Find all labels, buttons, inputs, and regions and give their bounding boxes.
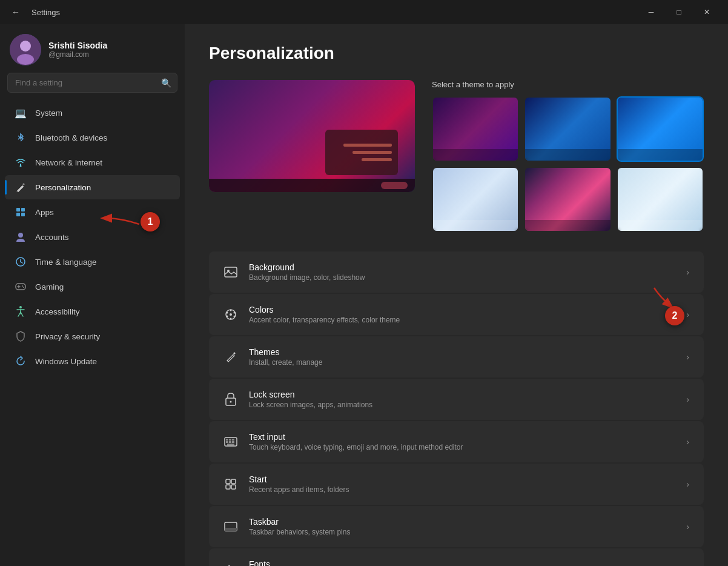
svg-line-13 xyxy=(21,262,22,263)
theme-option-6[interactable] xyxy=(617,167,704,232)
system-icon: 💻 xyxy=(15,107,27,119)
sidebar: Srishti Sisodia @gmail.com 🔍 💻 System xyxy=(0,24,185,566)
svg-rect-9 xyxy=(21,213,25,216)
nav-menu: 💻 System Bluetooth & devices xyxy=(0,100,185,374)
page-title: Personalization xyxy=(209,44,704,63)
svg-point-26 xyxy=(234,316,236,318)
background-icon xyxy=(223,265,238,279)
close-icon: ✕ xyxy=(704,8,710,16)
sidebar-item-network[interactable]: Network & internet xyxy=(5,150,180,175)
sidebar-item-system[interactable]: 💻 System xyxy=(5,101,180,125)
theme-option-4[interactable] xyxy=(432,167,519,232)
settings-item-taskbar[interactable]: Taskbar Taskbar behaviors, system pins › xyxy=(209,506,704,547)
sidebar-item-time[interactable]: Time & language xyxy=(5,250,180,274)
textinput-subtitle: Touch keyboard, voice typing, emoji and … xyxy=(249,443,675,451)
settings-item-background[interactable]: Background Background image, color, slid… xyxy=(209,251,704,293)
theme-bar-4 xyxy=(433,220,518,231)
theme-bar-1 xyxy=(433,149,518,161)
preview-taskbar-pill xyxy=(381,182,408,189)
sidebar-item-update[interactable]: Windows Update xyxy=(5,349,180,373)
sidebar-item-label: Windows Update xyxy=(35,357,97,366)
theme-section: Select a theme to apply xyxy=(209,80,704,232)
svg-point-10 xyxy=(18,233,23,238)
svg-rect-41 xyxy=(231,479,236,484)
privacy-icon xyxy=(15,330,27,342)
lockscreen-chevron: › xyxy=(686,395,689,404)
sidebar-item-accessibility[interactable]: Accessibility xyxy=(5,299,180,324)
theme-thumbnail-4 xyxy=(433,168,518,231)
preview-line-1 xyxy=(343,144,392,147)
close-button[interactable]: ✕ xyxy=(693,0,721,24)
svg-rect-42 xyxy=(226,485,230,489)
theme-option-2[interactable] xyxy=(524,96,611,162)
time-icon xyxy=(15,256,27,268)
theme-thumbnail-1 xyxy=(433,98,518,161)
start-chevron: › xyxy=(686,479,689,489)
settings-item-themes[interactable]: Themes Install, create, manage › xyxy=(209,336,704,378)
taskbar-text: Taskbar Taskbar behaviors, system pins xyxy=(249,517,675,536)
settings-item-fonts[interactable]: A a Fonts Install, manage › xyxy=(209,548,704,566)
theme-thumbnail-3 xyxy=(618,98,703,161)
search-input[interactable] xyxy=(7,73,177,93)
background-subtitle: Background image, color, slideshow xyxy=(249,273,675,282)
sidebar-item-personalization[interactable]: Personalization xyxy=(5,175,180,199)
settings-item-colors[interactable]: Colors Accent color, transparency effect… xyxy=(209,294,704,335)
svg-rect-8 xyxy=(16,213,20,216)
sidebar-item-privacy[interactable]: Privacy & security xyxy=(5,324,180,348)
theme-thumbnail-5 xyxy=(525,168,610,231)
settings-item-textinput[interactable]: Text input Touch keyboard, voice typing,… xyxy=(209,421,704,462)
svg-rect-37 xyxy=(229,441,231,443)
bluetooth-icon xyxy=(15,132,27,144)
sidebar-item-label: Accounts xyxy=(35,233,69,242)
theme-bar-6 xyxy=(618,220,703,231)
svg-point-28 xyxy=(227,316,228,318)
themes-icon xyxy=(223,350,238,364)
back-button[interactable]: ← xyxy=(7,4,24,21)
sidebar-item-accounts[interactable]: Accounts xyxy=(5,225,180,249)
textinput-text: Text input Touch keyboard, voice typing,… xyxy=(249,432,675,451)
start-icon xyxy=(223,477,238,491)
content-area: Personalization Select a theme to apply xyxy=(185,24,728,566)
lockscreen-subtitle: Lock screen images, apps, animations xyxy=(249,401,675,409)
sidebar-item-label: Bluetooth & devices xyxy=(35,133,107,142)
colors-icon xyxy=(223,307,238,322)
sidebar-item-apps[interactable]: Apps xyxy=(5,200,180,224)
fonts-icon: A a xyxy=(223,562,238,566)
svg-rect-34 xyxy=(229,439,231,441)
app-body: Srishti Sisodia @gmail.com 🔍 💻 System xyxy=(0,24,728,566)
background-chevron: › xyxy=(686,267,689,277)
sidebar-item-label: Accessibility xyxy=(35,307,80,316)
titlebar: ← Settings ─ □ ✕ xyxy=(0,0,728,24)
colors-subtitle: Accent color, transparency effects, colo… xyxy=(249,316,675,324)
theme-select-panel: Select a theme to apply xyxy=(432,80,704,232)
svg-rect-20 xyxy=(225,267,237,277)
svg-rect-38 xyxy=(232,441,234,443)
svg-point-31 xyxy=(230,401,232,403)
svg-point-29 xyxy=(227,312,228,314)
back-icon: ← xyxy=(12,7,20,17)
start-text: Start Recent apps and items, folders xyxy=(249,474,675,494)
minimize-button[interactable]: ─ xyxy=(637,0,665,24)
theme-option-1[interactable] xyxy=(432,96,519,162)
theme-option-5[interactable] xyxy=(524,167,611,232)
sidebar-item-gaming[interactable]: Gaming xyxy=(5,275,180,299)
start-subtitle: Recent apps and items, folders xyxy=(249,485,675,494)
theme-option-3[interactable] xyxy=(617,96,704,162)
preview-widget xyxy=(325,130,398,175)
svg-point-19 xyxy=(19,306,22,308)
colors-chevron: › xyxy=(686,310,689,319)
preview-line-3 xyxy=(362,158,392,161)
profile-section[interactable]: Srishti Sisodia @gmail.com xyxy=(0,24,185,73)
svg-rect-33 xyxy=(226,439,228,441)
maximize-button[interactable]: □ xyxy=(665,0,693,24)
maximize-icon: □ xyxy=(677,8,681,16)
sidebar-item-bluetooth[interactable]: Bluetooth & devices xyxy=(5,125,180,150)
settings-list: Background Background image, color, slid… xyxy=(209,251,704,566)
settings-item-start[interactable]: Start Recent apps and items, folders › xyxy=(209,464,704,505)
settings-item-lockscreen[interactable]: Lock screen Lock screen images, apps, an… xyxy=(209,379,704,420)
theme-bar-5 xyxy=(525,220,610,231)
background-title: Background xyxy=(249,262,675,272)
svg-rect-40 xyxy=(226,479,230,484)
svg-rect-35 xyxy=(232,439,234,441)
accounts-icon xyxy=(15,231,27,243)
